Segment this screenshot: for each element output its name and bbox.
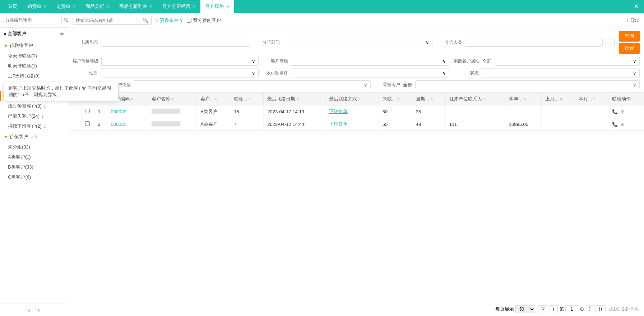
last-page-btn[interactable]: ⟩⟩ (596, 305, 606, 313)
cell-type-2: A类客户 (197, 118, 230, 131)
window-close-btn[interactable]: ✕ (631, 1, 641, 11)
first-page-btn[interactable]: ⟨⟨ (538, 305, 548, 313)
sidebar-item-unclassified[interactable]: 未分组(32) (0, 142, 68, 152)
col-contact-count[interactable]: 联络...⇅ (230, 93, 264, 105)
filter-row-1: 电话号码 分管部门 ∨ 分管人员 ... 查询 设置 (73, 31, 640, 54)
filter-bar: 🔍 ▽ 更多条件 ∨ 我分管的客户 ↑ 导出 (68, 13, 644, 28)
action-phone-icon-2[interactable]: 📞 (612, 122, 618, 127)
col-company-contact[interactable]: 往来单位联系人⇅ (445, 93, 505, 105)
nav-customer-tier-close[interactable]: ✕ (192, 4, 195, 9)
filter-group-phone: 电话号码 (73, 38, 250, 47)
sidebar-value-group[interactable]: ▼ 价值客户 ○ ✎ (0, 131, 68, 142)
action-more-icon-2[interactable]: ⊞ (621, 122, 625, 127)
gender-select[interactable]: ∨ (101, 69, 259, 77)
nav-sales[interactable]: 销货单 ✕ (22, 0, 51, 13)
nav-customer-contact[interactable]: 客户联络 ✕ (200, 0, 234, 13)
nav-sales-close[interactable]: ✕ (43, 4, 46, 9)
cell-company-contact-1 (445, 105, 505, 118)
cell-last-method-1[interactable]: 下销货单 (325, 105, 379, 118)
sidebar-item-lost[interactable]: 已流失客户(24) ℹ (0, 111, 68, 121)
col-contact-action: 联络动作 (608, 93, 644, 105)
cell-last-method-2[interactable]: 下销货单 (325, 118, 379, 131)
cell-settings-2 (68, 118, 81, 131)
export-btn[interactable]: ↑ 导出 (627, 17, 640, 24)
sidebar-item-a-class[interactable]: A类客户(1) (0, 152, 68, 162)
filter-group-customer-type: 客户类型 ∨ (106, 80, 371, 89)
row-checkbox-2[interactable] (85, 121, 90, 126)
chevron-down-icon: ∨ (426, 40, 429, 45)
col-uncontacted[interactable]: 未联...⇅ (379, 93, 412, 105)
per-page-select[interactable]: 50 20 100 (515, 305, 535, 313)
cell-company-contact-2: 111 (445, 118, 505, 131)
row-checkbox-1[interactable] (85, 109, 90, 113)
customer-tier-select[interactable]: ∨ (291, 57, 449, 66)
filter-group-payment: 收付款条件 ∨ (263, 69, 449, 77)
manager-more-btn[interactable]: ... (606, 38, 615, 47)
nav-product-analysis-list-close[interactable]: ✕ (149, 4, 152, 9)
cell-code-2[interactable]: 000031 (107, 118, 148, 131)
retail-customer-select[interactable]: ∨ (415, 80, 640, 89)
top-nav: 首页 销货单 ✕ 进货单 ✕ 商品分析 ✕ 商品分析列表 ✕ 客户分层经营 ✕ … (0, 0, 644, 13)
nav-purchase[interactable]: 进货单 ✕ (51, 0, 80, 13)
nav-customer-tier[interactable]: 客户分层经营 ✕ (157, 0, 200, 13)
sidebar-item-c-class[interactable]: C类客户(6) (0, 172, 68, 182)
col-last-contact-method[interactable]: 最后联络方式⇅ (325, 93, 379, 105)
price-tier-select[interactable]: ∨ (101, 57, 259, 66)
cell-this-month-1 (575, 105, 608, 118)
prev-page-btn[interactable]: ⟨ (550, 305, 558, 313)
cell-contact-count-1: 15 (230, 105, 264, 118)
col-last-month[interactable]: 上月...⇅ (542, 93, 575, 105)
nav-product-analysis[interactable]: 商品分析 ✕ (80, 0, 114, 13)
filter-group-retail-customer: 零散客户 全部 ∨ (375, 80, 640, 89)
sidebar-item-today[interactable]: 今天待联络(0) (0, 51, 68, 61)
main-layout: 🔍 ■ 全部客户 ≫ ▼ 待联络客户 今天待联络(0) 明天待联络(1) 近7天… (0, 13, 644, 316)
col-customer-type[interactable]: 客户...⇅ (197, 93, 230, 105)
page-input[interactable] (565, 305, 578, 313)
nav-product-analysis-list[interactable]: 商品分析列表 ✕ (114, 0, 157, 13)
query-btn[interactable]: 查询 (619, 31, 640, 42)
col-overdue[interactable]: 逾期...⇅ (412, 93, 445, 105)
nav-purchase-close[interactable]: ✕ (72, 4, 75, 9)
my-customers-checkbox[interactable] (187, 18, 191, 23)
table-row: 2 000031 A类客户 7 2023-04-12 14:44: 下销货单 5… (68, 118, 644, 131)
col-last-contact-date[interactable]: 最后联络日期⇅ (264, 93, 325, 105)
dept-select[interactable]: ∨ (283, 38, 432, 47)
retail-attr-select[interactable]: ∨ (495, 57, 640, 66)
sidebar-collapse-icon[interactable]: ≫ (59, 31, 64, 37)
sidebar-search-icon[interactable]: 🔍 (63, 18, 68, 23)
sidebar-item-tomorrow[interactable]: 明天待联络(1) (0, 61, 68, 71)
next-page-btn[interactable]: ⟩ (586, 305, 594, 313)
col-customer-name[interactable]: 客户名称⇅ (148, 93, 196, 105)
cell-last-month-2 (542, 118, 575, 131)
col-this-year[interactable]: 本年...⇅ (505, 93, 542, 105)
action-phone-icon-1[interactable]: 📞 (612, 109, 618, 114)
search-input[interactable] (76, 18, 143, 23)
pagination: 每页显示 50 20 100 ⟨⟨ ⟨ 第 页 ⟩ ⟩⟩ 共1页 2条记录 (68, 302, 644, 316)
settings-btn[interactable]: 设置 (619, 43, 640, 54)
sidebar-pending-contact[interactable]: ▼ 待联络客户 (0, 40, 68, 51)
nav-customer-contact-close[interactable]: ✕ (226, 4, 229, 9)
nav-product-analysis-close[interactable]: ✕ (106, 4, 109, 9)
sidebar-item-lost-risk[interactable]: 流失预警客户(3) ℹ (0, 101, 68, 111)
sidebar-all-customers[interactable]: ■ 全部客户 ≫ (0, 28, 68, 40)
sidebar-scroll-left[interactable]: ‹ (28, 306, 31, 314)
chevron-down-icon: ∨ (252, 58, 255, 64)
cell-last-date-1: 2023-04-17 14:19: (264, 105, 325, 118)
action-more-icon-1[interactable]: ⊞ (621, 109, 625, 114)
manager-input[interactable] (465, 38, 603, 47)
nav-home[interactable]: 首页 (3, 0, 22, 13)
sidebar-search-input[interactable] (3, 16, 62, 24)
more-conditions-btn[interactable]: ▽ 更多条件 ∨ (155, 17, 183, 24)
cell-code-1[interactable]: 000039 (107, 105, 148, 118)
sidebar-item-declining[interactable]: 持续下滑客户(2) ℹ (0, 121, 68, 131)
sidebar-item-7days[interactable]: 近7天待联络(0) (0, 71, 68, 81)
customer-type-select[interactable]: ∨ (134, 80, 371, 89)
phone-input[interactable] (101, 38, 250, 47)
status-select[interactable]: ∨ (482, 69, 640, 77)
col-this-month[interactable]: 本月...⇅ (575, 93, 608, 105)
search-icon[interactable]: 🔍 (143, 18, 148, 23)
chevron-down-icon: ∨ (443, 70, 446, 76)
sidebar-scroll-right[interactable]: › (38, 306, 40, 314)
payment-select[interactable]: ∨ (291, 69, 449, 77)
sidebar-item-b-class[interactable]: B类客户(33) (0, 162, 68, 172)
